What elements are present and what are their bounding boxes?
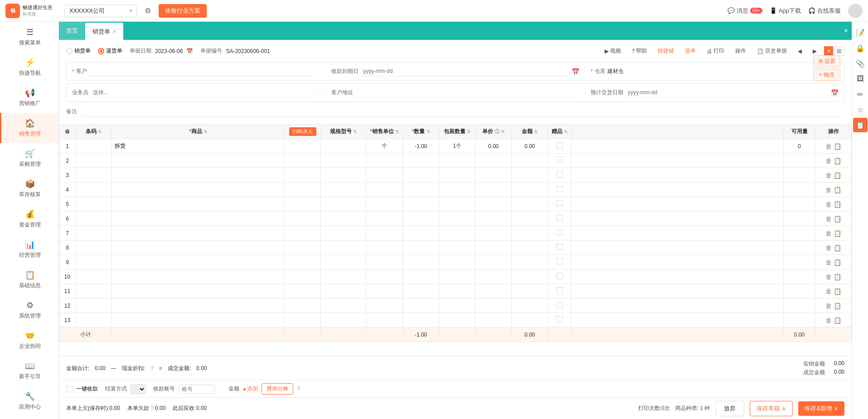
cell-barcode[interactable] (76, 255, 112, 270)
cell-unit[interactable]: 个 (366, 139, 403, 154)
copy-row-btn[interactable]: 📋 (834, 273, 841, 280)
tab-close-right-icon[interactable]: × (844, 27, 848, 35)
cell-price[interactable] (475, 212, 512, 226)
cell-gift[interactable] (548, 168, 572, 183)
copy-row-btn[interactable]: 📋 (834, 186, 841, 193)
cell-qty[interactable] (403, 197, 439, 212)
delete-row-btn[interactable]: 🗑 (825, 302, 832, 309)
logistics-button[interactable]: + 物流 (813, 69, 840, 81)
cell-price[interactable] (475, 197, 512, 212)
cell-product[interactable] (112, 139, 285, 154)
radio-sale[interactable]: 销货单 (66, 47, 91, 55)
sidebar-item-marketing[interactable]: 📢 营销推广 (0, 82, 58, 113)
th-settings[interactable]: ⚙ (59, 125, 76, 139)
right-icon-image[interactable]: 🖼 (853, 72, 868, 86)
delete-row-btn[interactable]: 🗑 (825, 157, 832, 164)
cell-gift[interactable] (548, 241, 572, 255)
delete-row-btn[interactable]: 🗑 (825, 288, 832, 295)
cell-gift[interactable] (548, 154, 572, 168)
right-icon-attachment[interactable]: 📎 (853, 56, 868, 71)
scan-btn[interactable]: 扫码录入 (289, 127, 316, 136)
cell-product[interactable] (112, 313, 285, 327)
cell-barcode[interactable] (76, 154, 112, 168)
sidebar-item-system[interactable]: ⚙ 系统管理 (0, 295, 58, 325)
sidebar-item-operations[interactable]: 📊 经营管理 (0, 234, 58, 265)
sidebar-item-guide[interactable]: 📖 新手引导 (0, 356, 58, 386)
delivery-date-input[interactable] (625, 87, 827, 98)
cell-product[interactable] (112, 168, 285, 183)
cell-spec[interactable] (321, 284, 366, 299)
cell-unit[interactable] (366, 255, 403, 270)
cell-price[interactable] (475, 313, 512, 327)
cell-unit[interactable] (366, 154, 403, 168)
sidebar-item-wechat[interactable]: 💬 企业微信 (0, 416, 58, 419)
company-selector[interactable]: XXXXXX公司 ▾ (64, 5, 137, 17)
toolbar-operate-btn[interactable]: 操作 (732, 45, 750, 57)
toolbar-help-btn[interactable]: ? 帮助 (628, 45, 651, 57)
fee-help-icon[interactable]: ? (297, 386, 300, 392)
delete-row-btn[interactable]: 🗑 (825, 143, 832, 150)
cell-gift[interactable] (548, 255, 572, 270)
cell-qty[interactable] (403, 299, 439, 313)
copy-row-btn[interactable]: 📋 (834, 244, 841, 251)
cell-spec[interactable] (321, 313, 366, 327)
cell-spec[interactable] (321, 183, 366, 197)
cell-pkg-qty[interactable] (439, 183, 475, 197)
salesperson-dots-btn[interactable]: ··· (315, 90, 320, 96)
cell-amount[interactable] (512, 270, 548, 284)
cell-barcode[interactable] (76, 299, 112, 313)
copy-row-btn[interactable]: 📋 (834, 317, 841, 324)
cell-pkg-qty[interactable] (439, 255, 475, 270)
cell-qty[interactable] (403, 168, 439, 183)
sidebar-item-finance[interactable]: 💰 资金管理 (0, 204, 58, 234)
cell-price[interactable] (475, 183, 512, 197)
cell-amount[interactable] (512, 284, 548, 299)
cell-spec[interactable] (321, 212, 366, 226)
cell-product[interactable] (112, 284, 285, 299)
cell-product[interactable] (112, 270, 285, 284)
cell-unit[interactable] (366, 270, 403, 284)
save-new-button[interactable]: 保存&新增 ∧ (798, 401, 844, 416)
sidebar-item-basics[interactable]: 📋 基础信息 (0, 265, 58, 295)
cell-price[interactable] (475, 299, 512, 313)
cell-product[interactable] (112, 299, 285, 313)
payment-date-input[interactable] (360, 66, 568, 77)
cell-unit[interactable] (366, 226, 403, 241)
cell-qty[interactable] (403, 313, 439, 327)
cell-gift[interactable] (548, 183, 572, 197)
cell-gift[interactable] (548, 313, 572, 327)
delete-row-btn[interactable]: 🗑 (825, 273, 832, 280)
remark-input[interactable] (81, 106, 844, 117)
toolbar-video-btn[interactable]: ▶ 视频 (601, 45, 625, 57)
trial-button[interactable]: 体验行业方案 (159, 4, 207, 18)
calc-method-select[interactable] (131, 384, 146, 394)
cell-pkg-qty[interactable] (439, 241, 475, 255)
delete-row-btn[interactable]: 🗑 (825, 244, 832, 251)
abandon-button[interactable]: 放弃 (715, 401, 744, 416)
prev-record-btn[interactable]: ◀ (794, 46, 805, 56)
debt-help-icon[interactable]: ? (150, 405, 154, 411)
cell-spec[interactable] (321, 270, 366, 284)
tab-home[interactable]: 首页 (59, 22, 85, 40)
cell-amount[interactable] (512, 299, 548, 313)
account-input[interactable] (179, 385, 215, 394)
cell-barcode[interactable] (76, 168, 112, 183)
cell-qty[interactable] (403, 284, 439, 299)
copy-row-btn[interactable]: 📋 (834, 259, 841, 266)
discount-help-icon[interactable]: ? (150, 365, 154, 371)
customer-input[interactable] (89, 66, 312, 77)
right-icon-orange[interactable]: 📋 (853, 118, 868, 132)
right-icon-note[interactable]: 📝 (853, 25, 868, 40)
customer-addr-input[interactable] (355, 87, 571, 98)
delete-row-btn[interactable]: 🗑 (825, 215, 832, 222)
cell-qty[interactable] (403, 212, 439, 226)
cell-qty[interactable] (403, 270, 439, 284)
delete-row-btn[interactable]: 🗑 (825, 317, 832, 324)
user-avatar[interactable] (848, 4, 863, 18)
fee-split-btn[interactable]: 费用分摊 (262, 383, 293, 395)
tab-close-icon[interactable]: × (113, 29, 116, 35)
cell-amount[interactable] (512, 183, 548, 197)
cell-product[interactable] (112, 241, 285, 255)
copy-row-btn[interactable]: 📋 (834, 288, 841, 295)
delete-row-btn[interactable]: 🗑 (825, 201, 832, 208)
